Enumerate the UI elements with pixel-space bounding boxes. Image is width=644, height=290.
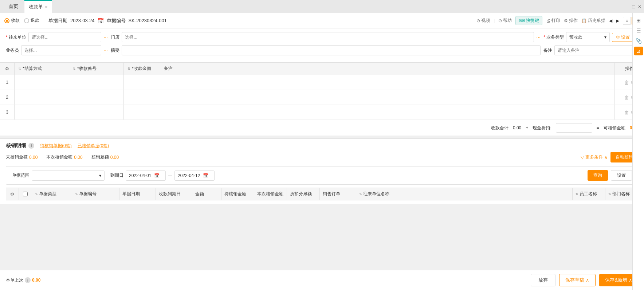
staff-input[interactable]: [21, 45, 101, 55]
partner-more-icon[interactable]: ···: [103, 34, 108, 40]
date-label: 单据日期: [48, 17, 67, 24]
dth-amount: 金额: [192, 188, 221, 200]
video-btn[interactable]: ⊙视频: [476, 17, 490, 24]
remark-label: 备注: [543, 47, 552, 54]
table-row: 2 🗑 ⧉: [0, 90, 644, 105]
abandon-btn[interactable]: 放弃: [531, 274, 555, 286]
print-btn[interactable]: 🖨打印: [546, 17, 560, 24]
th-account: ⇅ *收款账号: [69, 63, 124, 75]
dth-staff: ⇅ 员工名称: [573, 188, 605, 200]
tab-close-icon[interactable]: ×: [45, 5, 47, 9]
th-remark: 备注: [160, 63, 615, 75]
dth-due: 收款到期日: [156, 188, 192, 200]
settings-btn[interactable]: ⚙设置: [612, 33, 634, 42]
radio-income[interactable]: 收款: [4, 17, 20, 24]
verify-title: 核销明细: [6, 142, 26, 149]
row2-delete-icon[interactable]: 🗑: [624, 94, 629, 100]
store-more-icon[interactable]: ···: [536, 34, 541, 40]
th-amount: ⇅ *收款金额: [124, 63, 160, 75]
table-row: 3 🗑 ⧉: [0, 105, 644, 120]
store-label: 门店: [111, 34, 119, 40]
total-value: 0.00: [513, 125, 521, 130]
row1-delete-icon[interactable]: 🗑: [624, 79, 629, 85]
tab-current[interactable]: 收款单 ×: [24, 0, 52, 13]
window-minimize[interactable]: —: [624, 4, 629, 9]
discount-input[interactable]: [556, 123, 592, 133]
diff-stat: 核销差额 0.00: [91, 154, 119, 160]
dth-order: 销售订单: [320, 188, 356, 200]
done-tab[interactable]: 已核销单据(0笔): [78, 143, 109, 149]
pending-tab[interactable]: 待核销单据(0笔): [40, 143, 72, 149]
history-btn[interactable]: 📋历史单据: [581, 17, 605, 24]
dth-date: 单据日期: [119, 188, 156, 200]
operation-btn[interactable]: ⚙操作: [564, 17, 578, 24]
date-value: 2023-03-24: [70, 18, 95, 23]
calendar-from-icon[interactable]: 📅: [154, 173, 160, 178]
select-all-checkbox[interactable]: [23, 192, 28, 196]
date-to-input[interactable]: 2022-04-12 📅: [174, 171, 215, 181]
row3-delete-icon[interactable]: 🗑: [624, 109, 629, 115]
info-icon-footer[interactable]: i: [25, 277, 31, 283]
dth-type: ⇅ 单据类型: [32, 188, 72, 200]
no-value: SK-20230324-001: [129, 18, 167, 23]
per-order-info: 本单上次 i 0.00: [6, 277, 40, 283]
dth-gear[interactable]: ⚙: [6, 188, 19, 200]
help-btn[interactable]: ⊙帮助: [498, 17, 512, 24]
date-from-input[interactable]: 2022-04-01 📅: [126, 171, 166, 181]
th-gear[interactable]: ⚙: [0, 63, 15, 75]
dth-verify-amount: 本次核销金额: [254, 188, 287, 200]
sidebar-table-icon[interactable]: ⊞: [634, 16, 643, 25]
table-row: 1 🗑 ⧉: [0, 75, 644, 90]
verify-info-icon[interactable]: i: [28, 143, 34, 149]
uncancelled-stat: 未核销金额 0.00: [6, 154, 38, 160]
no-label: 单据编号: [107, 17, 126, 24]
calendar-to-icon[interactable]: 📅: [203, 173, 208, 178]
partner-input[interactable]: [28, 32, 101, 42]
biz-type-select[interactable]: 预收款 ▾: [566, 32, 610, 42]
total-label: 收款合计: [491, 125, 508, 131]
sidebar-clip-icon[interactable]: 📎: [634, 36, 643, 45]
th-settle: ⇅ *结算方式: [15, 63, 69, 75]
sidebar-expand-icon[interactable]: ⊿: [634, 47, 643, 55]
dth-partner: ⇅ 往来单位名称: [356, 188, 573, 200]
draft-btn[interactable]: 保存草稿 ∧: [559, 274, 596, 286]
view-list-icon[interactable]: ≡: [623, 17, 631, 25]
discount-label: 现金折扣:: [533, 125, 551, 131]
sidebar-list-icon[interactable]: ☰: [634, 26, 643, 35]
radio-refund[interactable]: 退款: [24, 17, 39, 24]
shortcut-btn[interactable]: ⌨快捷键: [515, 16, 542, 25]
dth-check[interactable]: [19, 188, 32, 200]
window-close[interactable]: ×: [638, 4, 641, 9]
calendar-icon[interactable]: 📅: [98, 18, 104, 24]
range-label: 单据范围: [12, 172, 30, 179]
more-conditions-btn[interactable]: ▽ 更多条件 ∧: [581, 154, 608, 160]
staff-label: 业务员: [6, 47, 19, 54]
biz-type-label: * 业务类型: [543, 34, 564, 40]
dth-no: ⇅ 单据编号: [72, 188, 119, 200]
filter-settings-btn[interactable]: 设置: [611, 170, 632, 181]
remark-input[interactable]: [554, 45, 638, 55]
dth-discount: 折扣分摊额: [287, 188, 320, 200]
query-btn[interactable]: 查询: [588, 170, 608, 181]
window-maximize[interactable]: □: [632, 4, 635, 9]
plus-sign: +: [526, 125, 528, 130]
current-verify-stat: 本次核销金额 0.00: [46, 154, 82, 160]
summary-label: 摘要: [111, 47, 119, 54]
tab-home[interactable]: 首页: [3, 0, 24, 13]
partner-label: * 往来单位: [6, 34, 26, 40]
store-input[interactable]: [122, 32, 534, 42]
dth-pending: 待核销金额: [221, 188, 254, 200]
due-date-label: 到期日: [110, 172, 123, 179]
staff-more-icon[interactable]: ···: [103, 47, 108, 53]
range-select[interactable]: ▾: [32, 171, 105, 181]
summary-input[interactable]: [122, 45, 541, 55]
verifiable-label: 可核销金额: [604, 125, 625, 131]
equals-sign: =: [597, 125, 599, 130]
